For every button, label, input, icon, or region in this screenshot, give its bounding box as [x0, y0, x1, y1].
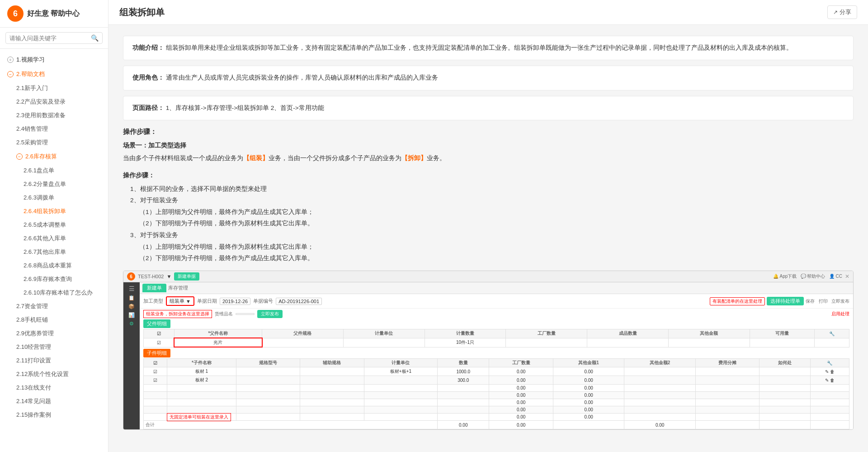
- sidebar-item-2-14[interactable]: 2.14常见问题: [0, 395, 108, 408]
- ss-total-5: [695, 421, 759, 429]
- page-title: 组装拆卸单: [119, 6, 165, 19]
- ss-total-6: [760, 421, 811, 429]
- nav-section-label-2: 2.帮助文档: [16, 70, 45, 78]
- logo-title: 好生意 帮助中心: [27, 9, 80, 19]
- table-row: ☑ 板材 2 300.0 0.00 0.00: [144, 376, 849, 385]
- ss-lower-th-2: 规格型号: [236, 359, 300, 367]
- sidebar-item-2-6-6[interactable]: 2.6.6其他入库单: [0, 232, 108, 245]
- topbar: 组装拆卸单 ↗ 分享: [108, 0, 868, 25]
- ss-lower-th-3: 辅助规格: [300, 359, 364, 367]
- nav-section-title-2[interactable]: + − 2.帮助文档: [0, 67, 108, 81]
- sidebar-item-2-11[interactable]: 2.11打印设置: [0, 354, 108, 367]
- ss-upper-th-1: *父件名称: [174, 329, 262, 338]
- sidebar-item-2-15[interactable]: 2.15操作案例: [0, 408, 108, 422]
- ss-process-btn[interactable]: 选择待处理单: [767, 297, 804, 305]
- ss-lower-td-1-ops: ✎ 🗑: [810, 367, 849, 376]
- sidebar-item-2-6-5[interactable]: 2.6.5成本调整单: [0, 218, 108, 232]
- sidebar-item-2-10[interactable]: 2.10经营管理: [0, 340, 108, 354]
- sidebar-item-2-9[interactable]: 2.9优惠券管理: [0, 327, 108, 340]
- intro-content: 组装拆卸单用来处理企业组装或拆卸等加工业务，支持有固定装配清单的产品加工业务，也…: [166, 44, 793, 51]
- sidebar-item-2-1[interactable]: 2.1新手入门: [0, 81, 108, 95]
- sidebar-item-2-8[interactable]: 2.8手机旺铺: [0, 313, 108, 327]
- ss-lower-th-6: 工厂数量: [489, 359, 553, 367]
- ss-upper-td-4: 10件-1只: [425, 338, 506, 347]
- share-button[interactable]: ↗ 分享: [827, 5, 857, 19]
- ss-lower-th-10: 如何处: [760, 359, 811, 367]
- ss-annotation1-text: 有装配清单的在这里处理: [710, 297, 765, 305]
- ss-sidebar-icon2: 📋: [128, 295, 135, 301]
- ss-lower-td-1-10: [760, 367, 811, 376]
- search-wrapper[interactable]: 🔍: [5, 32, 103, 44]
- ss-total-ops: [810, 421, 849, 429]
- ss-lower-th-7: 其他金额1: [553, 359, 624, 367]
- sidebar-item-2-6-3[interactable]: 2.6.3调拨单: [0, 191, 108, 205]
- ss-upper-th-4: 计量数量: [425, 329, 506, 338]
- nav-section-title-2-6[interactable]: − 2.6库存核算: [0, 149, 108, 164]
- role-content: 通常由生产人员或库管人员完成拆装业务的操作，库管人员确认原材料的出库和产成品的入…: [166, 74, 438, 81]
- step3: 3、对于拆装业务: [130, 229, 854, 241]
- ss-total-qty: 0.00: [438, 421, 489, 429]
- step3-2: （2）下部明细为子件明细，最终作为产成品生成其它入库单。: [139, 252, 854, 264]
- ss-annotation2-row: 组装业务，拆卸业务在这里选择 货维品名 立即发布 启用处理: [140, 309, 853, 318]
- ss-lower-td-2-5: 300.0: [438, 376, 489, 385]
- ss-lower-td-1-2: [236, 367, 300, 376]
- ss-lower-table: ☑ *子件名称 规格型号 辅助规格 计量单位 数量 工厂数量 其他金额1 其他金…: [143, 358, 849, 429]
- nav-tree: + − 1.视频学习 + − 2.帮助文档 2.1新手入门 2.2产品安装及登录…: [0, 49, 108, 452]
- ss-tab-active: 新建单: [142, 284, 166, 292]
- ss-dropdown-icon: ▼: [166, 274, 171, 279]
- ss-lower-td-1-1: 板材 1: [167, 367, 236, 376]
- ss-upper-td-3: [343, 338, 425, 347]
- nav-section-label-2-6: 2.6库存核算: [25, 152, 57, 161]
- nav-section-label-1: 1.视频学习: [16, 56, 45, 64]
- ss-upper-th-6: 成品数量: [587, 329, 669, 338]
- ss-type-value: 组装单: [170, 298, 184, 305]
- ss-no-value: AD-20191226-001: [276, 298, 322, 305]
- sidebar-item-2-6-1[interactable]: 2.6.1盘点单: [0, 164, 108, 177]
- sidebar-item-2-6-7[interactable]: 2.6.7其他出库单: [0, 245, 108, 259]
- nav-section-title-1[interactable]: + − 1.视频学习: [0, 52, 108, 67]
- sidebar-item-2-3[interactable]: 2.3使用前数据准备: [0, 109, 108, 122]
- nav-sub-items-2-6: 2.6.1盘点单 2.6.2分量盘点单 2.6.3调拨单 2.6.4组装拆卸单 …: [0, 164, 108, 300]
- nav-sub-items-2: 2.1新手入门 2.2产品安装及登录 2.3使用前数据准备 2.4销售管理 2.…: [0, 81, 108, 422]
- ss-sidebar-icon3: 📦: [128, 304, 135, 309]
- ss-tab2: 库存管理: [168, 285, 188, 291]
- sidebar-item-2-6-8[interactable]: 2.6.8商品成本重算: [0, 259, 108, 272]
- content-area: 功能介绍： 组装拆卸单用来处理企业组装或拆卸等加工业务，支持有固定装配清单的产品…: [108, 25, 868, 452]
- sidebar-item-2-6-2[interactable]: 2.6.2分量盘点单: [0, 177, 108, 191]
- steps-title: 操作步骤：: [123, 171, 854, 180]
- ss-new-btn: 新建单据: [174, 272, 199, 281]
- ss-prod-search-btn[interactable]: 立即发布: [257, 310, 283, 318]
- ss-lower-td-1-5: 1000.0: [438, 367, 489, 376]
- ss-lower-section: 子件明细 ☑ *子件名称 规格型号 辅助规格 计量单位 数量: [140, 347, 853, 429]
- share-label: 分享: [840, 8, 851, 16]
- ss-close-icon[interactable]: ✕: [845, 273, 849, 280]
- ss-prod-search-input[interactable]: [236, 313, 255, 315]
- logo-icon: 6: [7, 5, 24, 22]
- ss-lower-th-8: 其他金额2: [624, 359, 696, 367]
- ss-extra-btns: 保存 打印 立即发布: [806, 298, 849, 305]
- ss-type-select[interactable]: 组装单 ▼: [166, 296, 194, 306]
- sidebar-item-2-7[interactable]: 2.7资金管理: [0, 300, 108, 313]
- sidebar-item-2-12[interactable]: 2.12系统个性化设置: [0, 367, 108, 381]
- ss-upper-td-7: [668, 338, 750, 347]
- role-label: 使用角色：: [132, 74, 164, 81]
- ss-lower-th-9: 费用分摊: [695, 359, 759, 367]
- search-input[interactable]: [9, 35, 91, 42]
- ss-upper-td-5: [506, 338, 587, 347]
- ss-upper-td-6: [587, 338, 669, 347]
- sidebar-item-2-6-10[interactable]: 2.6.10库存账本错了怎么办: [0, 286, 108, 300]
- ss-upper-td-ops: [814, 338, 849, 347]
- ss-upper-section: 父件明细 ☑ *父件名称 父件规格 计量单位 计量数量 工厂数量: [140, 318, 853, 347]
- sidebar-item-2-4[interactable]: 2.4销售管理: [0, 122, 108, 136]
- sidebar-item-2-13[interactable]: 2.13在线支付: [0, 381, 108, 395]
- ss-no-label: 单据编号: [253, 298, 273, 305]
- ss-lower-th-4: 计量单位: [364, 359, 437, 367]
- search-icon[interactable]: 🔍: [91, 34, 99, 42]
- sidebar-item-2-5[interactable]: 2.5采购管理: [0, 136, 108, 149]
- search-area: 🔍: [0, 28, 108, 49]
- ss-lower-th-5: 数量: [438, 359, 489, 367]
- sidebar-item-2-2[interactable]: 2.2产品安装及登录: [0, 95, 108, 109]
- sidebar-item-2-6-4[interactable]: 2.6.4组装拆卸单: [0, 205, 108, 218]
- sidebar-item-2-6-9[interactable]: 2.6.9库存账本查询: [0, 272, 108, 286]
- ss-lower-td-2-6: 0.00: [489, 376, 553, 385]
